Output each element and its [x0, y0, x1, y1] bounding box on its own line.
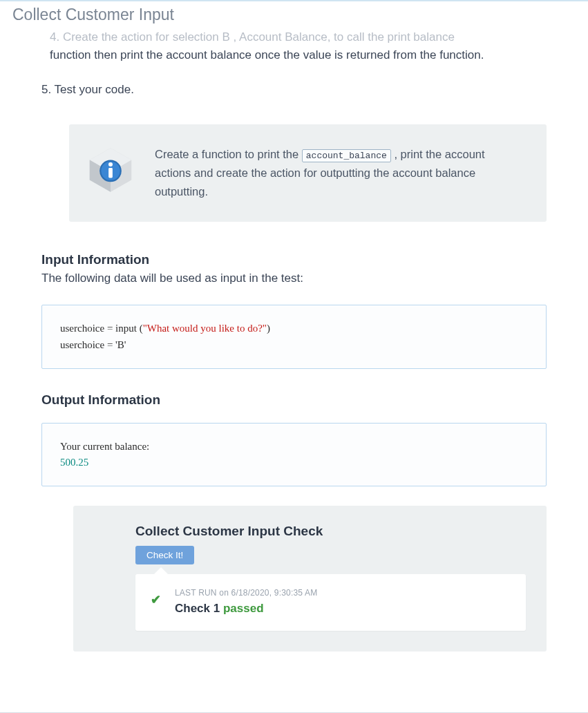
input-info-sub: The following data will be used as input…: [41, 272, 547, 285]
instruction-step-5: 5. Test your code.: [41, 83, 547, 97]
result-speech-bubble: ✔ LAST RUN on 6/18/2020, 9:30:35 AM Chec…: [135, 574, 526, 631]
speech-pointer: [153, 567, 169, 575]
output-info-heading: Output Information: [41, 392, 547, 408]
check-it-button[interactable]: Check It!: [135, 546, 194, 564]
checkmark-icon: ✔: [151, 592, 161, 607]
page-title: Collect Customer Input: [0, 1, 588, 26]
info-text: Create a function to print the account_b…: [155, 145, 522, 202]
step-4-rest: function then print the account balance …: [50, 48, 484, 61]
output-line-2: 500.25: [60, 455, 528, 470]
result-line: Check 1 passed: [175, 602, 318, 616]
svg-point-6: [108, 162, 113, 167]
instruction-step-4: 4. Create the action for selection B , A…: [41, 28, 547, 65]
info-prefix: Create a function to print the: [155, 148, 302, 160]
output-code-box: Your current balance: 500.25: [41, 423, 547, 487]
main-content: 4. Create the action for selection B , A…: [0, 28, 588, 652]
input-code-box: userchoice = input ("What would you like…: [41, 305, 547, 369]
input-code-line-2: userchoice = 'B': [60, 337, 528, 353]
input-code-line-1: userchoice = input ("What would you like…: [60, 321, 528, 336]
output-line-1: Your current balance:: [60, 439, 528, 455]
svg-rect-5: [108, 168, 113, 178]
step-4-faded-line: 4. Create the action for selection B , A…: [50, 30, 455, 44]
result-prefix: Check 1: [175, 602, 223, 615]
input-info-heading: Input Information: [41, 252, 547, 267]
info-icon: [86, 145, 135, 195]
result-status: passed: [223, 602, 264, 615]
code-text: userchoice = input (: [60, 323, 143, 334]
check-card-title: Collect Customer Input Check: [135, 524, 526, 539]
result-text-block: LAST RUN on 6/18/2020, 9:30:35 AM Check …: [175, 588, 318, 616]
code-chip-account-balance: account_balance: [302, 149, 391, 162]
check-card: Collect Customer Input Check Check It! ✔…: [73, 506, 547, 652]
result-box: ✔ LAST RUN on 6/18/2020, 9:30:35 AM Chec…: [135, 574, 526, 631]
info-callout: Create a function to print the account_b…: [69, 124, 547, 222]
code-text: ): [267, 323, 270, 334]
code-string: "What would you like to do?": [143, 323, 267, 334]
last-run-label: LAST RUN on 6/18/2020, 9:30:35 AM: [175, 588, 318, 598]
